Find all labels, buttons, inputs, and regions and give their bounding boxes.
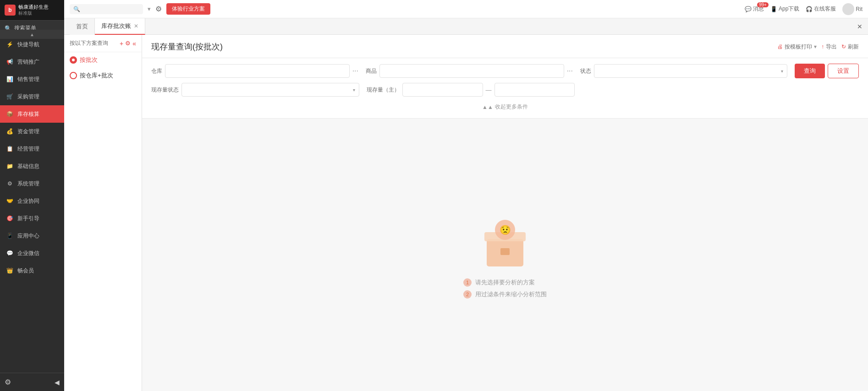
warehouse-input[interactable] <box>165 64 350 78</box>
sidebar-settings-icon[interactable]: ⚙ <box>5 378 11 386</box>
stock-qty-min[interactable] <box>402 83 483 97</box>
tab-end-close-btn[interactable]: ✕ <box>857 23 863 30</box>
filter-row-2: 现存量状态 ▾ 现存量（主） — <box>151 83 859 97</box>
sidebar-item-finance[interactable]: 💰 资金管理 <box>0 123 64 140</box>
messages-icon: 💬 <box>745 6 752 12</box>
status-select[interactable]: ▾ <box>594 64 787 78</box>
sidebar-item-label: 基础信息 <box>17 163 39 170</box>
empty-illustration: 😟 <box>475 212 535 271</box>
stock-status-dropdown-icon: ▾ <box>353 87 355 92</box>
scheme-settings-btn[interactable]: ⚙ <box>125 40 131 47</box>
scheme-item-by-batch[interactable]: 按批次 <box>64 52 142 68</box>
topbar-search-input[interactable] <box>82 6 128 12</box>
export-btn[interactable]: ↑ 导出 <box>821 43 837 51</box>
hint-text-2: 用过滤条件来缩小分析范围 <box>475 290 547 299</box>
export-icon: ↑ <box>821 43 824 50</box>
scheme-item-by-warehouse-batch[interactable]: 按仓库+批次 <box>64 68 142 83</box>
sidebar-item-label: 畅会员 <box>17 267 34 275</box>
empty-hint-2: 2 用过滤条件来缩小分析范围 <box>463 290 547 299</box>
set-btn[interactable]: 设置 <box>828 64 859 78</box>
content-area: 按以下方案查询 + ⚙ « 按批次 按仓库+批次 <box>64 35 868 391</box>
product-more-btn[interactable]: ··· <box>567 67 573 75</box>
sidebar-item-system[interactable]: ⚙ 系统管理 <box>0 175 64 192</box>
sidebar-item-wechat[interactable]: 💬 企业微信 <box>0 244 64 262</box>
product-label: 商品 <box>366 67 377 75</box>
sidebar-item-label: 应用中心 <box>17 232 39 240</box>
topbar-dropdown-btn[interactable]: ▾ <box>148 5 151 12</box>
app-center-icon: 📱 <box>5 232 14 240</box>
empty-state: 😟 1 请先选择要分析的方案 2 用过滤条件来缩小分析范围 <box>142 119 868 391</box>
messages-action[interactable]: 💬 消息 99+ <box>745 5 764 13</box>
sidebar-item-label: 采购管理 <box>17 93 39 101</box>
stock-qty-filter: 现存量（主） — <box>367 83 575 97</box>
sidebar-item-operations[interactable]: 📋 经营管理 <box>0 140 64 157</box>
sidebar-item-app-center[interactable]: 📱 应用中心 <box>0 227 64 244</box>
sidebar-item-basic-info[interactable]: 📁 基础信息 <box>0 157 64 175</box>
topbar-search-icon: 🔍 <box>73 6 80 12</box>
system-icon: ⚙ <box>5 179 14 188</box>
sidebar-header: b 畅康通好生意 标准版 <box>0 0 64 21</box>
warehouse-more-btn[interactable]: ··· <box>352 67 358 75</box>
sidebar-footer: ⚙ ◀ <box>0 373 64 391</box>
enterprise-icon: 🤝 <box>5 197 14 205</box>
member-icon: 👑 <box>5 266 14 275</box>
topbar-settings-btn[interactable]: ⚙ <box>155 5 162 13</box>
export-label: 导出 <box>826 43 837 51</box>
warehouse-filter: 仓库 ··· <box>151 64 358 78</box>
refresh-label: 刷新 <box>848 43 859 51</box>
tab-inventory-batch[interactable]: 库存批次账 ✕ <box>95 18 145 35</box>
scroll-up-btn[interactable]: ▲ <box>0 30 64 39</box>
filter-row-1: 仓库 ··· 商品 ··· 状态 <box>151 64 859 78</box>
stock-status-filter: 现存量状态 ▾ <box>151 83 359 97</box>
filter-area: 仓库 ··· 商品 ··· 状态 <box>142 58 868 119</box>
sidebar-item-guide[interactable]: 🎯 新手引导 <box>0 210 64 227</box>
quick-nav-icon: ⚡ <box>5 40 14 49</box>
collapse-panel-btn[interactable]: « <box>132 40 136 47</box>
operations-icon: 📋 <box>5 145 14 153</box>
sidebar-item-marketing[interactable]: 📢 营销推广 <box>0 53 64 71</box>
tab-close-btn[interactable]: ✕ <box>134 23 138 29</box>
app-download-label: App下载 <box>779 5 799 13</box>
collapse-filter-btn[interactable]: ▲▲ 收起更多条件 <box>151 101 859 113</box>
status-dropdown-icon: ▾ <box>781 69 783 74</box>
tab-home[interactable]: 首页 <box>70 18 95 35</box>
refresh-btn[interactable]: ↻ 刷新 <box>841 43 859 51</box>
product-input[interactable] <box>379 64 564 78</box>
left-panel-title: 按以下方案查询 <box>70 39 108 47</box>
sidebar-item-label: 快捷导航 <box>17 41 39 49</box>
topbar-actions: 💬 消息 99+ 📱 App下载 🎧 在线客服 Rit <box>745 3 863 15</box>
svg-text:😟: 😟 <box>500 224 511 235</box>
messages-badge: 99+ <box>757 2 769 7</box>
experience-btn[interactable]: 体验行业方案 <box>166 3 210 15</box>
query-btn[interactable]: 查询 <box>795 64 825 78</box>
sidebar-item-label: 销售管理 <box>17 76 39 83</box>
sidebar-item-label: 经营管理 <box>17 145 39 153</box>
print-icon: 🖨 <box>777 43 783 50</box>
sidebar-item-member[interactable]: 👑 畅会员 <box>0 262 64 279</box>
sales-icon: 📊 <box>5 75 14 83</box>
tab-inventory-batch-label: 库存批次账 <box>101 22 131 30</box>
app-download-action[interactable]: 📱 App下载 <box>770 5 799 13</box>
stock-qty-max[interactable] <box>494 83 575 97</box>
topbar-search[interactable]: 🔍 <box>70 4 143 14</box>
print-btn[interactable]: 🖨 按模板打印 ▾ <box>777 43 817 51</box>
empty-svg: 😟 <box>475 212 535 271</box>
sidebar-item-purchase[interactable]: 🛒 采购管理 <box>0 88 64 105</box>
collapse-up-icon: ▲▲ <box>482 104 493 110</box>
scheme-dot-inactive <box>70 72 77 79</box>
sidebar-collapse-icon[interactable]: ◀ <box>55 379 60 386</box>
online-service-action[interactable]: 🎧 在线客服 <box>806 5 836 13</box>
tab-home-label: 首页 <box>76 22 88 31</box>
sidebar-item-label: 企业协同 <box>17 197 39 205</box>
hint-num-1: 1 <box>463 278 472 287</box>
sidebar-item-label: 企业微信 <box>17 250 39 257</box>
sidebar-item-inventory[interactable]: 📦 库存核算 <box>0 105 64 123</box>
page-header: 现存量查询(按批次) 🖨 按模板打印 ▾ ↑ 导出 ↻ <box>142 35 868 58</box>
sidebar-item-sales[interactable]: 📊 销售管理 <box>0 71 64 88</box>
add-scheme-btn[interactable]: + <box>120 40 123 47</box>
status-filter: 状态 ▾ <box>580 64 787 78</box>
print-dropdown-icon[interactable]: ▾ <box>814 43 817 50</box>
sidebar-item-enterprise[interactable]: 🤝 企业协同 <box>0 192 64 210</box>
user-profile[interactable]: Rit <box>842 3 863 15</box>
stock-status-select[interactable]: ▾ <box>181 83 359 97</box>
